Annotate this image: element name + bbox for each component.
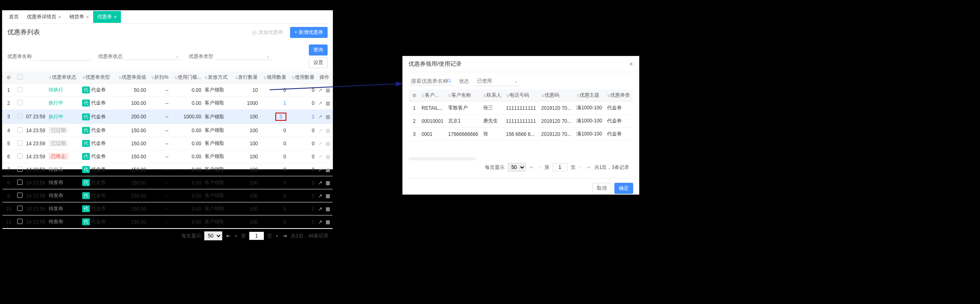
modal-status-select[interactable]: 已使用 ⌄ <box>475 76 520 86</box>
row-coupon-type: 代金券 <box>605 128 633 141</box>
pager-last-icon[interactable]: ⇥ <box>585 164 591 170</box>
th-threshold[interactable]: 使用门槛... <box>170 71 203 84</box>
table-row[interactable]: 1114 23:59待发布代 代金券150.00--0.00客户领取10000↗… <box>2 215 333 229</box>
qrcode-icon[interactable]: ▦ <box>326 114 330 120</box>
th-coupon-type[interactable]: 优惠券类 <box>605 89 633 102</box>
qrcode-icon[interactable]: ▦ <box>326 87 330 93</box>
th-coupon-code[interactable]: 优惠码 <box>540 89 575 102</box>
table-row[interactable]: 814 23:59待发布代 代金券150.00--0.00客户领取10000↗▦ <box>2 176 333 189</box>
main-panel: 首页优惠券详情页✕销货单✕优惠券✕ 优惠券列表 发放优惠券 + 新增优惠券 优惠… <box>2 10 333 169</box>
pager-page-input[interactable] <box>249 232 264 240</box>
share-icon[interactable]: ↗ <box>318 87 322 93</box>
pager-prev-icon[interactable]: ‹ <box>234 233 238 239</box>
row-checkbox[interactable] <box>15 215 25 229</box>
th-face[interactable]: 优惠券面值 <box>114 71 147 84</box>
row-checkbox[interactable] <box>15 97 25 110</box>
table-row[interactable]: 307 23:59执行中代 代金券200.00--1000.00客户领取1003… <box>2 110 333 124</box>
table-row[interactable]: 2执行中代 代金券100.00--0.00客户领取100010↗▦ <box>2 97 333 110</box>
tab-2[interactable]: 销货单✕ <box>65 11 93 23</box>
row-checkbox[interactable] <box>15 163 25 176</box>
row-checkbox[interactable] <box>15 189 25 202</box>
table-row[interactable]: 614 23:59已终止代 代金券150.00--0.00客户领取10000↗▦ <box>2 150 333 163</box>
th-claim-qty[interactable]: 领用数量 <box>259 71 288 84</box>
share-icon[interactable]: ↗ <box>318 114 322 120</box>
per-page-select[interactable]: 50 <box>508 163 526 172</box>
use-qty-link[interactable]: 1 <box>312 114 315 120</box>
th-gear[interactable]: ⚙ <box>409 89 420 102</box>
distribute-coupon-button[interactable]: 发放优惠券 <box>248 27 287 38</box>
close-icon[interactable]: ✕ <box>114 15 117 19</box>
th-status[interactable]: 优惠券状态 <box>47 71 80 84</box>
table-row[interactable]: 1待执行代 代金券50.00--0.00客户领取1000↗▦ <box>2 84 333 97</box>
pager-first-icon[interactable]: ⇤ <box>529 164 535 170</box>
row-index: 7 <box>2 163 15 176</box>
qrcode-icon[interactable]: ▦ <box>326 100 330 106</box>
cancel-button[interactable]: 取消 <box>592 183 611 194</box>
share-icon[interactable]: ↗ <box>318 100 322 106</box>
th-issue-qty[interactable]: 发行数量 <box>231 71 259 84</box>
search-icon[interactable] <box>447 78 452 84</box>
row-checkbox[interactable] <box>15 176 25 189</box>
tab-1[interactable]: 优惠券详情页✕ <box>23 11 65 23</box>
confirm-button[interactable]: 确定 <box>614 183 633 194</box>
claim-qty-link[interactable]: 3 <box>275 113 286 121</box>
claim-qty-link[interactable]: 1 <box>284 100 286 106</box>
row-phone: 11111111111 <box>505 102 540 115</box>
th-checkbox[interactable] <box>15 71 25 84</box>
search-button[interactable]: 查询 <box>309 44 328 55</box>
table-row[interactable]: 514 23:59已过期代 代金券150.00--0.00客户领取10000↗▦ <box>2 137 333 150</box>
table-row[interactable]: 1RETAIL...零散客户张三111111111112019120 70...… <box>409 102 633 115</box>
th-discount[interactable]: 折扣% <box>148 71 170 84</box>
type-badge: 代 <box>82 153 90 160</box>
pager-page-input[interactable] <box>553 163 567 171</box>
th-gear[interactable]: ⚙ <box>2 71 15 84</box>
row-checkbox[interactable] <box>15 124 25 137</box>
close-icon[interactable]: ✕ <box>86 15 89 19</box>
th-type[interactable]: 优惠券类型 <box>80 71 114 84</box>
pager-prev-icon[interactable]: ‹ <box>538 164 541 170</box>
table-row[interactable]: 714 23:59待发布代 代金券150.00--0.00客户领取10000↗▦ <box>2 163 333 176</box>
checkbox-icon <box>17 166 22 172</box>
th-phone[interactable]: 电话号码 <box>505 89 540 102</box>
row-contact: 唐先生 <box>482 115 504 128</box>
row-coupon-type: 代金券 <box>605 102 633 115</box>
table-row[interactable]: 200010001北京1唐先生111111111112019120 70...满… <box>409 115 633 128</box>
row-checkbox[interactable] <box>15 137 25 150</box>
th-use-qty[interactable]: 使用数量 <box>288 71 316 84</box>
pager-next-icon[interactable]: › <box>275 233 279 239</box>
table-row[interactable]: 1014 23:59待发布代 代金券150.00--0.00客户领取10000↗… <box>2 202 333 215</box>
row-checkbox[interactable] <box>15 150 25 163</box>
close-icon[interactable]: ✕ <box>629 61 633 67</box>
row-index: 2 <box>2 97 15 110</box>
table-row[interactable]: 414 23:59已过期代 代金券150.00--0.00客户领取10000↗▦ <box>2 124 333 137</box>
row-checkbox[interactable] <box>15 110 25 124</box>
add-coupon-button[interactable]: + 新增优惠券 <box>290 27 328 38</box>
per-page-select[interactable]: 50 <box>204 231 222 240</box>
close-icon[interactable]: ✕ <box>58 15 61 19</box>
checkbox-icon <box>17 153 22 159</box>
row-time: 14 23:59 <box>25 150 47 163</box>
row-checkbox[interactable] <box>15 202 25 215</box>
pager-last-icon[interactable]: ⇥ <box>282 233 288 239</box>
th-cust-name[interactable]: 客户名称 <box>446 89 482 102</box>
filter-type-select[interactable]: ⌄ <box>215 53 272 60</box>
settings-button[interactable]: 设置 <box>309 57 328 68</box>
scrollbar[interactable] <box>409 157 633 160</box>
tab-3[interactable]: 优惠券✕ <box>93 11 121 23</box>
checkbox-icon <box>17 74 22 80</box>
tab-0[interactable]: 首页 <box>5 11 23 23</box>
filter-status-select[interactable]: ⌄ <box>124 53 181 60</box>
th-cust-code[interactable]: 客户... <box>420 89 446 102</box>
th-time <box>25 71 47 84</box>
row-threshold: 0.00 <box>170 137 203 150</box>
filter-actions: 查询 设置 <box>309 44 328 68</box>
th-coupon-subject[interactable]: 优惠主题 <box>575 89 605 102</box>
pager-first-icon[interactable]: ⇤ <box>225 233 231 239</box>
th-method[interactable]: 发放方式 <box>203 71 231 84</box>
row-checkbox[interactable] <box>15 84 25 97</box>
table-row[interactable]: 914 23:59待发布代 代金券150.00--0.00客户领取10000↗▦ <box>2 189 333 202</box>
pager-next-icon[interactable]: › <box>579 164 582 170</box>
filter-name-input[interactable] <box>33 52 91 61</box>
table-row[interactable]: 3000117666666666张156 6666 6...2019120 70… <box>409 128 633 141</box>
th-contact[interactable]: 联系人 <box>482 89 504 102</box>
